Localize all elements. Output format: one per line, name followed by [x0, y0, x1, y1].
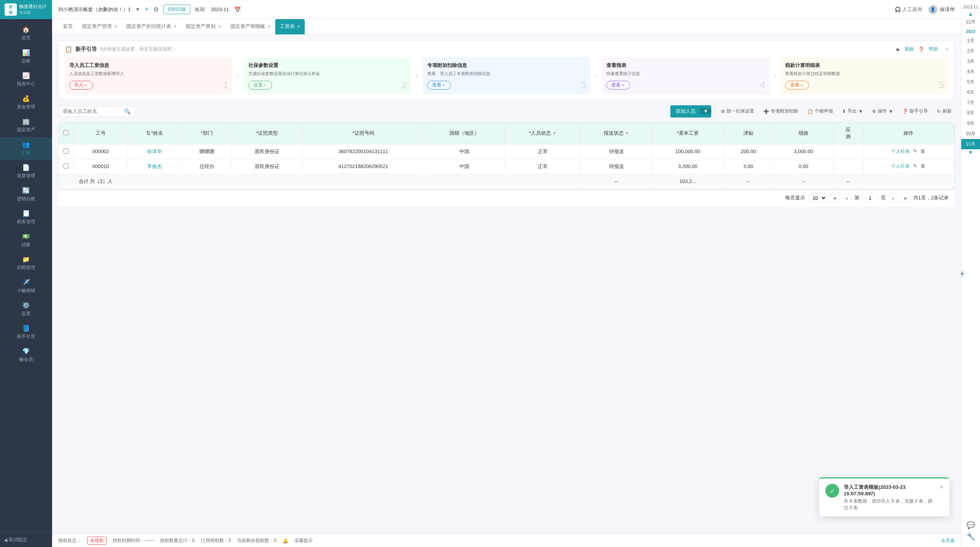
status-filter-icon[interactable]: ▼: [552, 131, 557, 136]
month-10[interactable]: 10月: [961, 129, 980, 139]
next-page-btn[interactable]: ›: [889, 194, 897, 202]
tab-fixed-assets[interactable]: 固定资产管理 ×: [77, 19, 122, 34]
month-5[interactable]: 5月: [961, 77, 980, 87]
tab-asset-category-close[interactable]: ×: [218, 23, 221, 29]
export-btn[interactable]: ⬆ 导出 ▼: [839, 106, 866, 116]
row1-name[interactable]: 徐泽华: [127, 144, 181, 159]
sidebar-item-assets[interactable]: 🏢 固定资产: [0, 114, 52, 137]
tab-asset-detail-close[interactable]: ×: [268, 23, 271, 29]
row1-checkbox[interactable]: [64, 149, 69, 153]
sidebar-item-guide[interactable]: 📘 新手引导: [0, 321, 52, 344]
calendar-icon[interactable]: 📅: [234, 7, 241, 13]
row1-employee-id: 000002: [74, 144, 127, 159]
month-3[interactable]: 3月: [961, 56, 980, 67]
prev-page-btn[interactable]: ‹: [843, 194, 851, 202]
row1-allowance: 200.00: [723, 144, 774, 159]
search-box[interactable]: 🔍: [58, 106, 135, 116]
row1-edit-icon[interactable]: ✎: [913, 148, 917, 154]
topbar-right: 🎧 人工咨询 👤 徐泽华: [895, 5, 955, 14]
row2-delete-icon[interactable]: 🗑: [920, 163, 925, 169]
month-9[interactable]: 9月: [961, 118, 980, 129]
social-security-btn[interactable]: ⚙ 统一社保设置: [718, 106, 757, 116]
tab-asset-detail[interactable]: 固定资产明细账 ×: [226, 19, 275, 34]
month-12[interactable]: 12月: [961, 17, 980, 27]
sidebar-item-salary[interactable]: 👥 工资: [0, 137, 52, 160]
operation-btn[interactable]: ⚙ 操作 ▼: [869, 106, 896, 116]
search-input[interactable]: [62, 108, 122, 114]
user-name: 徐泽华: [940, 6, 955, 13]
sidebar-item-purchase[interactable]: 🔄 进销台账: [0, 183, 52, 206]
tools-icon[interactable]: 🔧: [967, 532, 975, 541]
step-1-btn[interactable]: 导入＞: [69, 81, 93, 90]
sidebar-item-home[interactable]: 🏠 首页: [0, 22, 52, 45]
refresh-btn[interactable]: ↻ 刷新: [934, 106, 955, 116]
video-label[interactable]: 视频: [905, 46, 914, 52]
cancel-fix-btn[interactable]: ◀ 取消固定: [4, 537, 48, 543]
guide-btn[interactable]: ❓ 新手引导: [899, 106, 931, 116]
sidebar-item-invoice[interactable]: 📄 发票管理: [0, 160, 52, 183]
settings-gear-icon[interactable]: ⚙: [154, 6, 159, 13]
sidebar-item-expense[interactable]: ✈️ 小畅报销: [0, 275, 52, 298]
summary-empty-1: [59, 174, 74, 189]
tab-depreciation[interactable]: 固定资产折旧统计表 ×: [122, 19, 181, 34]
sidebar-item-ledger[interactable]: 📊 总账: [0, 45, 52, 68]
tab-home[interactable]: 首页: [58, 19, 77, 34]
month-1[interactable]: 1月: [961, 36, 980, 46]
report-filter-icon[interactable]: ▼: [625, 131, 629, 136]
sort-icon[interactable]: ⇅: [146, 130, 150, 136]
page-input[interactable]: [862, 194, 878, 202]
sidebar-item-close[interactable]: 💵 结账: [0, 229, 52, 252]
row2-checkbox[interactable]: [64, 163, 69, 168]
month-6[interactable]: 6月: [961, 87, 980, 98]
year-down-btn[interactable]: ▼: [968, 149, 973, 155]
switch-version-btn[interactable]: 切到旧版: [163, 5, 190, 14]
deduction-btn[interactable]: ➕ 专项附加扣除: [760, 106, 801, 116]
service-btn[interactable]: 🎧 人工咨询: [895, 6, 922, 13]
toast-close-btn[interactable]: ×: [940, 484, 943, 491]
step-2-btn[interactable]: 设置＞: [248, 81, 272, 90]
row2-performance: 0.00: [774, 159, 833, 174]
help-label[interactable]: 帮助: [929, 46, 938, 52]
tab-payroll-close[interactable]: ×: [297, 23, 300, 29]
step-4-btn[interactable]: 查看＞: [606, 81, 630, 90]
month-8[interactable]: 8月: [961, 108, 980, 118]
sidebar-item-fund[interactable]: 💰 资金管理: [0, 91, 52, 114]
content-area: 📋 新手引导 5步快速完成设置，快去完善信息吧～ ▶ 视频 ❓ 帮助 × 导入员…: [52, 34, 961, 534]
row1-name-link[interactable]: 徐泽华: [147, 149, 162, 154]
add-account-icon[interactable]: +: [145, 5, 149, 13]
first-page-btn[interactable]: «: [830, 194, 840, 202]
sidebar-item-tax[interactable]: 🧾 税务管理: [0, 206, 52, 229]
select-all-checkbox[interactable]: [64, 130, 69, 135]
add-employee-btn[interactable]: 添加人员 ▼: [670, 105, 711, 118]
dropdown-arrow-icon[interactable]: ▼: [135, 7, 140, 12]
tab-asset-category[interactable]: 固定资产类别 ×: [181, 19, 225, 34]
last-page-btn[interactable]: »: [900, 194, 910, 202]
tax-report-btn[interactable]: 📋 个税申报: [804, 106, 836, 116]
tab-depreciation-close[interactable]: ×: [173, 23, 176, 29]
upgrade-link[interactable]: 去充值: [941, 537, 955, 544]
row2-name[interactable]: 李俊杰: [127, 159, 181, 174]
guide-close-icon[interactable]: ×: [946, 47, 948, 52]
per-page-select[interactable]: 10 20 50: [808, 194, 827, 202]
row2-edit-icon[interactable]: ✎: [913, 163, 917, 169]
row2-social-security-link[interactable]: 个人社保: [891, 163, 910, 169]
sidebar-item-archive[interactable]: 📁 归档管理: [0, 252, 52, 275]
step-5-btn[interactable]: 查看＞: [785, 81, 809, 90]
month-2[interactable]: 2月: [961, 46, 980, 56]
month-7[interactable]: 7月: [961, 98, 980, 108]
step-3-btn[interactable]: 查看＞: [427, 81, 451, 90]
tab-fixed-assets-close[interactable]: ×: [114, 23, 117, 29]
month-4[interactable]: 4月: [961, 67, 980, 77]
month-11-current[interactable]: 11月: [961, 139, 980, 149]
feedback-icon[interactable]: 💬: [967, 521, 975, 529]
row1-social-security-link[interactable]: 个人社保: [891, 149, 910, 154]
year-up-btn[interactable]: ▲: [968, 11, 973, 17]
sidebar-item-member[interactable]: 💎 畅会员: [0, 344, 52, 367]
tab-payroll[interactable]: 工资表 ×: [275, 19, 305, 34]
expand-panel-btn[interactable]: ◀: [961, 270, 965, 278]
row2-name-link[interactable]: 李俊杰: [147, 163, 162, 169]
sidebar-item-reports[interactable]: 📈 报表中心: [0, 68, 52, 91]
row1-delete-icon[interactable]: 🗑: [920, 148, 925, 154]
sidebar-item-settings[interactable]: ⚙️ 设置: [0, 298, 52, 321]
add-dropdown-arrow-icon[interactable]: ▼: [700, 108, 711, 114]
